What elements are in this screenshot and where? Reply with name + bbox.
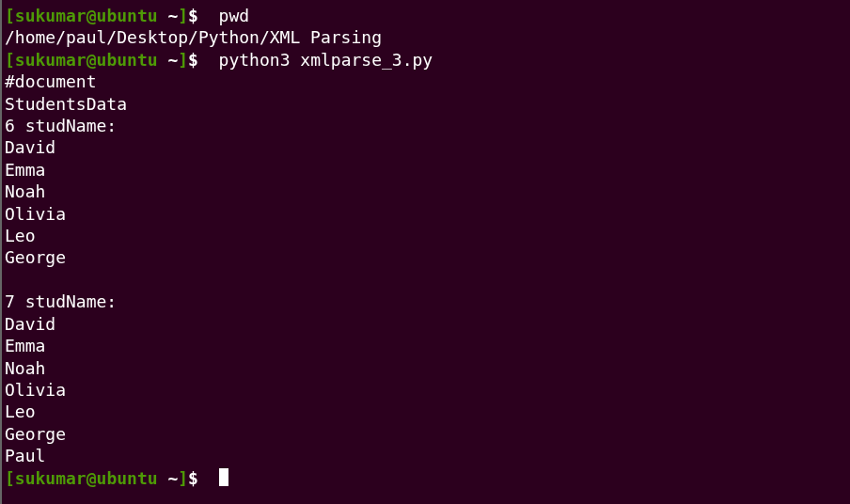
output-line: 6 studName: xyxy=(5,115,847,136)
terminal[interactable]: [sukumar@ubuntu ~]$ pwd/home/paul/Deskto… xyxy=(5,5,847,489)
output-line: Olivia xyxy=(5,203,847,225)
prompt-close-bracket: ] xyxy=(178,468,188,488)
output-line: /home/paul/Desktop/Python/XML Parsing xyxy=(5,26,847,48)
output-line: Paul xyxy=(5,445,847,466)
prompt-close-bracket: ] xyxy=(178,6,188,25)
command-text: python3 xmlparse_3.py xyxy=(198,50,433,70)
output-line: StudentsData xyxy=(5,93,847,115)
output-line: 7 studName: xyxy=(5,291,847,312)
prompt-user-host: sukumar@ubuntu xyxy=(15,6,158,25)
prompt-path: ~ xyxy=(167,50,178,70)
output-line xyxy=(5,269,847,291)
output-line: Leo xyxy=(5,401,847,422)
prompt-line: [sukumar@ubuntu ~]$ python3 xmlparse_3.p… xyxy=(5,49,847,71)
output-line: George xyxy=(5,246,847,268)
prompt-space xyxy=(158,6,168,25)
prompt-close-bracket: ] xyxy=(178,50,188,70)
output-line: Olivia xyxy=(5,379,847,401)
command-text: pwd xyxy=(198,6,249,25)
output-line: Noah xyxy=(5,357,847,379)
output-line: Noah xyxy=(5,181,847,202)
prompt-line: [sukumar@ubuntu ~]$ xyxy=(5,467,847,489)
output-line: Emma xyxy=(5,335,847,356)
prompt-user-host: sukumar@ubuntu xyxy=(15,50,158,70)
output-line: David xyxy=(5,136,847,158)
prompt-path: ~ xyxy=(167,468,178,488)
prompt-symbol: $ xyxy=(188,50,198,70)
prompt-path: ~ xyxy=(167,6,178,25)
prompt-symbol: $ xyxy=(188,6,198,25)
prompt-open-bracket: [ xyxy=(5,50,15,70)
prompt-user-host: sukumar@ubuntu xyxy=(15,468,158,488)
cursor-icon xyxy=(219,468,228,486)
prompt-space xyxy=(158,50,168,70)
prompt-symbol: $ xyxy=(188,468,198,488)
output-line: David xyxy=(5,313,847,335)
prompt-space xyxy=(158,468,168,488)
output-line: #document xyxy=(5,71,847,92)
output-line: George xyxy=(5,423,847,445)
prompt-open-bracket: [ xyxy=(5,468,15,488)
output-line: Leo xyxy=(5,225,847,246)
prompt-line: [sukumar@ubuntu ~]$ pwd xyxy=(5,5,847,26)
command-text xyxy=(198,468,219,488)
prompt-open-bracket: [ xyxy=(5,6,15,25)
output-line: Emma xyxy=(5,159,847,181)
